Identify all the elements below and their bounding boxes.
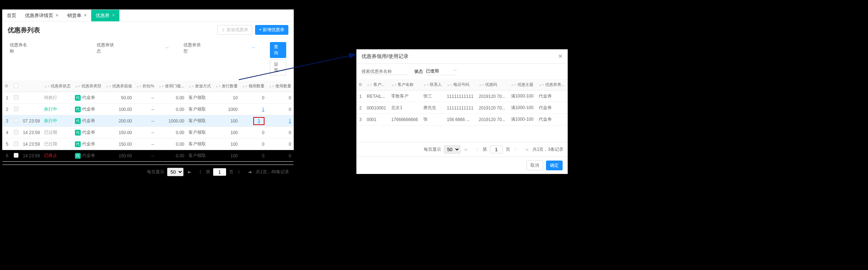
column-header[interactable]: ▲▼使用数量 (267, 80, 293, 92)
table-row[interactable]: 3000117666666666张156 6666 ...2019120 70.… (356, 114, 568, 125)
modal-last-page[interactable]: ⇥ (523, 147, 530, 152)
prev-page-button[interactable]: 〈 (196, 169, 203, 175)
table-row[interactable]: 200010001北京1唐先生111111111112019120 70...满… (356, 102, 568, 114)
modal-status-select[interactable]: 已使用﹀ (426, 67, 457, 75)
modal-page-input[interactable] (490, 146, 503, 153)
column-header[interactable]: ▲▼优惠券面值 (103, 80, 134, 92)
close-icon[interactable]: ✕ (558, 53, 563, 60)
modal-search-input[interactable] (361, 69, 416, 74)
column-header[interactable]: ⚙ (356, 79, 365, 91)
modal-per-page-select[interactable]: 50 (444, 145, 460, 154)
table-row[interactable]: 1待执行代代金券50.00--0.00客户领取1000⇱▦ (3, 92, 293, 104)
sort-icon[interactable]: ▲▼ (215, 86, 221, 87)
column-header[interactable]: ▲▼联系人 (421, 79, 445, 91)
sort-icon[interactable]: ▲▼ (242, 86, 248, 87)
filter-name-input[interactable] (31, 46, 82, 51)
used-link[interactable]: 1 (289, 119, 291, 124)
page-input[interactable] (213, 168, 226, 176)
column-header[interactable]: ▲▼优惠主题 (509, 79, 537, 91)
table-row[interactable]: 614 23:59已终止代代金券150.00--0.00客户领取10000⇱▦ (3, 150, 293, 162)
column-header[interactable]: ▲▼优惠券状态 (42, 80, 73, 92)
sort-icon[interactable]: ▲▼ (75, 86, 81, 87)
modal-next-page[interactable]: 〉 (513, 146, 520, 153)
column-header[interactable]: ▲▼发行数量 (213, 80, 240, 92)
sort-icon[interactable]: ▲▼ (423, 84, 429, 86)
sort-icon[interactable]: ▲▼ (44, 86, 50, 87)
column-header[interactable]: ▲▼使用门槛... (156, 80, 186, 92)
column-header[interactable]: ▲▼优惠券类... (537, 79, 568, 91)
column-header[interactable]: ⚙ (3, 80, 12, 92)
table-row[interactable]: 414 23:59已过期代代金券150.00--0.00客户领取10000⇱▦ (3, 127, 293, 138)
next-page-button[interactable]: 〉 (236, 169, 244, 175)
table-row[interactable]: 2执行中代代金券100.00--0.00客户领取100010⇱▦ (3, 104, 293, 115)
sort-icon[interactable]: ▲▼ (158, 86, 164, 87)
filter-status-select[interactable]: ﹀ (120, 46, 169, 51)
sort-icon[interactable]: ▲▼ (447, 84, 453, 86)
row-checkbox[interactable] (14, 118, 18, 123)
query-button[interactable]: 查询 (270, 42, 286, 58)
tab-首页[interactable]: 首页 (3, 10, 21, 21)
close-icon[interactable]: ✕ (84, 13, 87, 18)
coupon-table: ⚙▲▼优惠券状态▲▼优惠券类型▲▼优惠券面值▲▼折扣%▲▼使用门槛...▲▼发放… (3, 80, 293, 165)
filter-type-select[interactable]: ﹀ (207, 46, 256, 51)
close-icon[interactable]: ✕ (112, 13, 115, 18)
confirm-button[interactable]: 确定 (546, 161, 563, 170)
claimed-link[interactable]: 1 (262, 107, 264, 112)
modal-first-page[interactable]: ⇤ (463, 147, 470, 152)
modal-status-label: 状态 (414, 68, 423, 75)
tab-优惠券[interactable]: 优惠券✕ (91, 10, 119, 21)
modal-search[interactable]: ⌕ (361, 68, 408, 75)
gear-icon[interactable]: ⚙ (5, 84, 8, 88)
column-header[interactable]: ▲▼优惠券类型 (73, 80, 103, 92)
add-coupon-button[interactable]: + 新增优惠券 (255, 25, 288, 35)
distribute-coupon-button[interactable]: ⇪发放优惠券 (217, 25, 252, 35)
row-checkbox[interactable] (14, 130, 18, 134)
column-header[interactable]: ▲▼折扣% (134, 80, 157, 92)
select-all-checkbox[interactable] (14, 83, 18, 88)
pagination: 每页显示 50 ⇤ 〈 第 页 〉 ⇥ 共1页，49条记录 (3, 165, 293, 179)
modal-prev-page[interactable]: 〈 (473, 146, 480, 153)
column-header[interactable]: ▲▼发放方式 (186, 80, 213, 92)
row-checkbox[interactable] (14, 141, 18, 146)
row-checkbox[interactable] (14, 107, 18, 111)
settings-button[interactable]: 设置 (270, 59, 286, 75)
sort-icon[interactable]: ▲▼ (106, 86, 111, 87)
column-header[interactable] (21, 80, 42, 92)
gear-icon[interactable]: ⚙ (359, 82, 362, 87)
column-header[interactable]: ▲▼优惠码 (477, 79, 508, 91)
modal-title: 优惠券领用/使用记录 (361, 53, 408, 60)
sort-icon[interactable]: ▲▼ (539, 84, 545, 86)
status-badge: 执行中 (44, 107, 57, 112)
column-header[interactable]: ▲▼电话号码 (445, 79, 477, 91)
page-prefix: 第 (206, 169, 210, 175)
row-checkbox[interactable] (14, 95, 18, 100)
last-page-button[interactable]: ⇥ (246, 170, 253, 175)
table-row[interactable]: 514 23:59已过期代代金券150.00--0.00客户领取10000⇱▦ (3, 138, 293, 150)
per-page-select[interactable]: 50 (167, 168, 183, 176)
row-checkbox[interactable] (14, 153, 18, 158)
sort-icon[interactable]: ▲▼ (367, 84, 373, 86)
sort-icon[interactable]: ▲▼ (391, 84, 397, 86)
table-row[interactable]: 307 23:59执行中代代金券200.00--1000.00客户领取10031… (3, 115, 293, 127)
claimed-link[interactable]: 3 (253, 117, 264, 125)
cancel-button[interactable]: 取消 (526, 161, 543, 170)
sort-icon[interactable]: ▲▼ (136, 86, 142, 87)
row-checkbox[interactable] (14, 165, 18, 165)
sort-icon[interactable]: ▲▼ (511, 84, 517, 86)
close-icon[interactable]: ✕ (55, 13, 59, 18)
column-header[interactable]: ▲▼领用数量 (240, 80, 267, 92)
column-header[interactable] (12, 80, 21, 92)
sort-icon[interactable]: ▲▼ (189, 86, 194, 87)
voucher-badge-icon: 代 (75, 141, 81, 147)
voucher-badge-icon: 代 (75, 130, 81, 136)
column-header[interactable]: ▲▼客户... (365, 79, 389, 91)
sort-icon[interactable]: ▲▼ (479, 84, 484, 86)
first-page-button[interactable]: ⇤ (186, 170, 193, 175)
table-row[interactable]: 714 23:59待发布代代金券150.00--0.00客户领取10000⇱▦ (3, 162, 293, 165)
sort-icon[interactable]: ▲▼ (269, 86, 275, 87)
tab-优惠券详情页[interactable]: 优惠券详情页✕ (21, 10, 63, 21)
table-row[interactable]: 1RETAIL...零散客户张三111111111112019120 70...… (356, 91, 568, 102)
column-header[interactable]: ▲▼客户名称 (389, 79, 421, 91)
page-header: 优惠券列表 ⇪发放优惠券 + 新增优惠券 (3, 21, 293, 38)
tab-销货单[interactable]: 销货单✕ (63, 10, 91, 21)
